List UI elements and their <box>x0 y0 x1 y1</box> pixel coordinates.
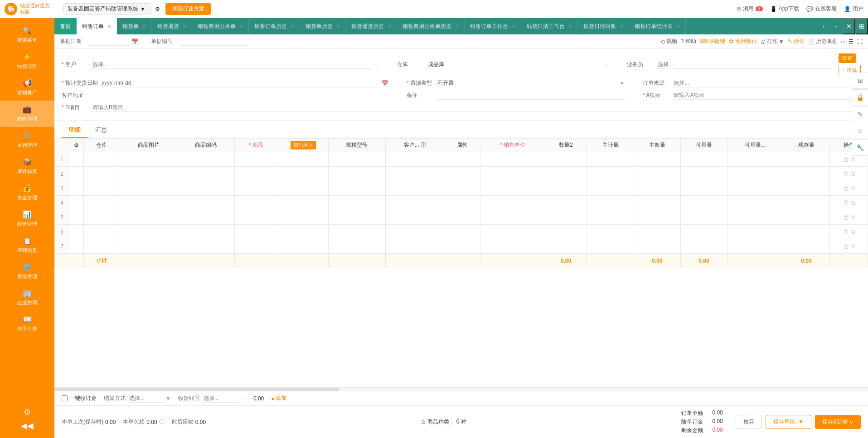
copy-row-icon[interactable]: ⧉ <box>851 170 855 178</box>
row-customer-code[interactable] <box>386 239 444 254</box>
row-warehouse[interactable] <box>84 239 120 254</box>
nav-menu-btn[interactable]: ⊞ <box>855 18 868 34</box>
one-click-checkbox[interactable]: 一键收订金 <box>62 395 97 402</box>
row-product[interactable] <box>235 210 278 225</box>
tab-close-icon[interactable]: ✕ <box>676 24 680 29</box>
row-quantity2[interactable] <box>545 239 587 254</box>
tab-sales-workspace[interactable]: 销售订单工作台 ✕ <box>465 18 521 34</box>
row-warehouse[interactable] <box>84 181 120 196</box>
tab-sales-refund-history[interactable]: 销货退货历史 ✕ <box>346 18 397 34</box>
order-source-input[interactable] <box>672 79 853 87</box>
message-btn[interactable]: ✉ 消息 9 <box>737 5 763 13</box>
copy-row-icon[interactable]: ⧉ <box>851 214 855 221</box>
row-quantity2[interactable] <box>545 210 587 225</box>
b-project-input[interactable] <box>91 103 861 112</box>
toolbar-list-icon[interactable]: ☰ <box>849 39 853 45</box>
side-panel-btn-2[interactable]: 🔒 <box>852 89 868 106</box>
print-btn[interactable]: 🖨 打印 ▼ <box>761 38 784 45</box>
nav-next-btn[interactable]: › <box>830 18 843 34</box>
sidebar-item-quick-nav[interactable]: ⚡ 快捷导航 <box>0 48 54 74</box>
row-attributes[interactable] <box>444 152 480 167</box>
row-product[interactable] <box>235 167 278 181</box>
tab-sales-return[interactable]: 销货单 ✕ <box>117 18 152 34</box>
sidebar-item-marketing[interactable]: 📢 营销推广 <box>0 74 54 101</box>
help-btn[interactable]: ? 帮助 <box>681 38 696 45</box>
discard-btn[interactable]: 放弃 <box>736 415 762 429</box>
tab-close-icon[interactable]: ✕ <box>107 24 111 29</box>
row-sales-unit[interactable] <box>480 196 545 210</box>
delivery-date-input[interactable] <box>100 79 380 87</box>
tab-close-icon[interactable]: ✕ <box>142 24 146 29</box>
tab-sales-return-history[interactable]: 销货单历史 ✕ <box>300 18 346 34</box>
save-new-btn[interactable]: 保存&新增 ∨ <box>815 415 861 429</box>
salesperson-more-btn[interactable]: ··· <box>834 61 839 67</box>
save-draft-btn[interactable]: 保存草稿 ▼ <box>766 415 811 429</box>
col-settings-header[interactable]: ⚙ <box>69 139 84 152</box>
row-sales-unit[interactable] <box>480 225 545 239</box>
row-customer-code[interactable] <box>386 152 444 167</box>
row-product[interactable] <box>235 152 278 167</box>
copy-row-icon[interactable]: ⧉ <box>851 243 855 250</box>
date-input[interactable]: 2023-03-24 <box>89 37 130 46</box>
order-num-input[interactable]: SO-20230324-001 <box>180 37 248 46</box>
settings-btn[interactable]: 设置 <box>839 53 856 63</box>
copy-row-icon[interactable]: ⧉ <box>851 228 855 236</box>
copy-row-icon[interactable]: ⧉ <box>851 156 855 163</box>
row-customer-code[interactable] <box>386 225 444 239</box>
app-download-btn[interactable]: 📱 App下载 <box>770 5 799 13</box>
row-attributes[interactable] <box>444 181 480 196</box>
tab-close-icon[interactable]: ✕ <box>239 24 243 29</box>
row-product-code[interactable] <box>177 152 235 167</box>
row-quantity2[interactable] <box>545 152 587 167</box>
delete-row-icon[interactable]: 🗑 <box>843 199 849 207</box>
delete-row-icon[interactable]: 🗑 <box>843 170 849 178</box>
calendar-icon[interactable]: 📅 <box>131 39 138 45</box>
row-spec[interactable] <box>328 167 386 181</box>
tab-sales-refund[interactable]: 销货退货 ✕ <box>152 18 192 34</box>
tab-close-icon[interactable]: ✕ <box>388 24 391 29</box>
tab-sales-order-history[interactable]: 销售订单历史 ✕ <box>249 18 300 34</box>
row-quantity2[interactable] <box>545 225 587 239</box>
shortcut-btn[interactable]: ⌨ 快捷键 <box>700 38 725 45</box>
row-spec[interactable] <box>328 239 386 254</box>
tab-detail[interactable]: 明细 <box>62 123 88 138</box>
sidebar-item-purchase[interactable]: 🛒 采购管理 <box>0 127 54 153</box>
row-main-quantity[interactable] <box>634 167 680 181</box>
row-product[interactable] <box>235 196 278 210</box>
save-new-arrow[interactable]: ∨ <box>849 419 853 425</box>
side-panel-btn-1[interactable]: ⊞ <box>852 72 868 89</box>
delete-row-icon[interactable]: 🗑 <box>843 214 849 221</box>
row-spec[interactable] <box>328 152 386 167</box>
scroll-bar[interactable] <box>54 388 339 391</box>
row-main-quantity[interactable] <box>634 210 680 225</box>
side-panel-btn-3[interactable]: ✎ <box>852 106 868 122</box>
row-warehouse[interactable] <box>84 225 120 239</box>
history-btn[interactable]: 📄 历史单据 ‹ › <box>808 38 845 45</box>
tab-home[interactable]: 首页 <box>54 18 77 34</box>
sidebar-item-operations[interactable]: 📊 经营管理 <box>0 206 54 232</box>
row-spec[interactable] <box>328 210 386 225</box>
sidebar-settings-icon[interactable]: ⚙ <box>24 407 31 417</box>
tab-cash-workspace[interactable]: 钱货日清工作台 ✕ <box>521 18 578 34</box>
save-draft-dropdown[interactable]: ▼ <box>798 419 804 425</box>
receipt-account-more[interactable]: ··· <box>242 395 246 402</box>
a-project-input[interactable] <box>672 91 861 100</box>
sidebar-item-basic-info[interactable]: 📋 基础信息 <box>0 232 54 258</box>
payment-method-dropdown[interactable]: ▼ <box>165 395 171 402</box>
receipt-account-input[interactable] <box>202 394 238 403</box>
row-product-code[interactable] <box>177 167 235 181</box>
tab-close-icon[interactable]: ✕ <box>512 24 515 29</box>
salesperson-input[interactable] <box>656 60 830 69</box>
row-spec[interactable] <box>328 181 386 196</box>
row-attributes[interactable] <box>444 239 480 254</box>
warehouse-more-btn[interactable]: ··· <box>604 61 609 67</box>
delete-row-icon[interactable]: 🗑 <box>843 185 849 192</box>
invoice-type-dropdown[interactable]: ▼ <box>619 80 625 87</box>
address-more-btn[interactable]: ··· <box>384 92 388 99</box>
copy-row-icon[interactable]: ⧉ <box>851 199 855 207</box>
row-sales-unit[interactable] <box>480 210 545 225</box>
copy-row-icon[interactable]: ⧉ <box>851 185 855 192</box>
add-btn[interactable]: ● 添加 <box>271 395 286 402</box>
toolbar-expand-icon[interactable]: ⛶ <box>857 39 863 45</box>
row-attributes[interactable] <box>444 225 480 239</box>
